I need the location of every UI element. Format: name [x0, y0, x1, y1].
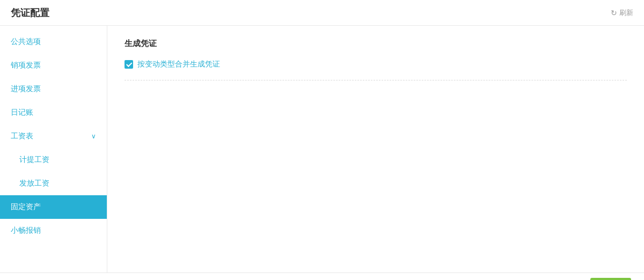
- header: 凭证配置 ↻ 刷新: [0, 0, 644, 26]
- body-layout: 公共选项 销项发票 进项发票 日记账 工资表 ∨ 计提工资 发放工资 固定资: [0, 26, 644, 272]
- sidebar-item-label: 公共选项: [11, 37, 41, 47]
- sidebar-item-payroll-provision[interactable]: 计提工资: [0, 148, 107, 172]
- sidebar-item-label: 进项发票: [11, 84, 41, 94]
- refresh-button[interactable]: ↻ 刷新: [611, 8, 633, 18]
- page-wrapper: 凭证配置 ↻ 刷新 公共选项 销项发票 进项发票 日记账 工资表 ∨: [0, 0, 644, 280]
- main-content: 生成凭证 按变动类型合并生成凭证: [107, 26, 644, 272]
- sidebar-item-public[interactable]: 公共选项: [0, 30, 107, 54]
- checkbox-row: 按变动类型合并生成凭证: [125, 60, 627, 69]
- sidebar-item-purchase-invoice[interactable]: 进项发票: [0, 77, 107, 101]
- sidebar-item-label: 日记账: [11, 108, 33, 117]
- section-divider: [125, 80, 627, 80]
- refresh-icon: ↻: [611, 9, 617, 17]
- sidebar-item-label: 固定资产: [11, 202, 41, 212]
- sidebar-item-label: 发放工资: [19, 179, 49, 188]
- sidebar-item-journal[interactable]: 日记账: [0, 101, 107, 124]
- sidebar: 公共选项 销项发票 进项发票 日记账 工资表 ∨ 计提工资 发放工资 固定资: [0, 26, 107, 272]
- sidebar-item-label: 计提工资: [19, 155, 49, 165]
- refresh-label: 刷新: [619, 8, 633, 18]
- chevron-down-icon: ∨: [91, 132, 96, 140]
- sidebar-item-expense[interactable]: 小畅报销: [0, 219, 107, 242]
- sidebar-item-label: 小畅报销: [11, 226, 41, 235]
- sidebar-item-fixed-assets[interactable]: 固定资产: [0, 195, 107, 219]
- merge-checkbox[interactable]: [125, 60, 133, 69]
- sidebar-item-payroll[interactable]: 工资表 ∨: [0, 124, 107, 148]
- page-title: 凭证配置: [11, 6, 49, 19]
- sidebar-item-label: 销项发票: [11, 61, 41, 70]
- save-button[interactable]: 保存: [590, 278, 631, 281]
- sidebar-item-label: 工资表: [11, 131, 33, 141]
- section-title: 生成凭证: [125, 39, 627, 49]
- sidebar-item-sales-invoice[interactable]: 销项发票: [0, 54, 107, 77]
- footer: 保存: [0, 272, 644, 280]
- merge-checkbox-label: 按变动类型合并生成凭证: [137, 60, 220, 69]
- sidebar-item-payroll-release[interactable]: 发放工资: [0, 172, 107, 195]
- merge-checkbox-wrapper[interactable]: 按变动类型合并生成凭证: [125, 60, 220, 69]
